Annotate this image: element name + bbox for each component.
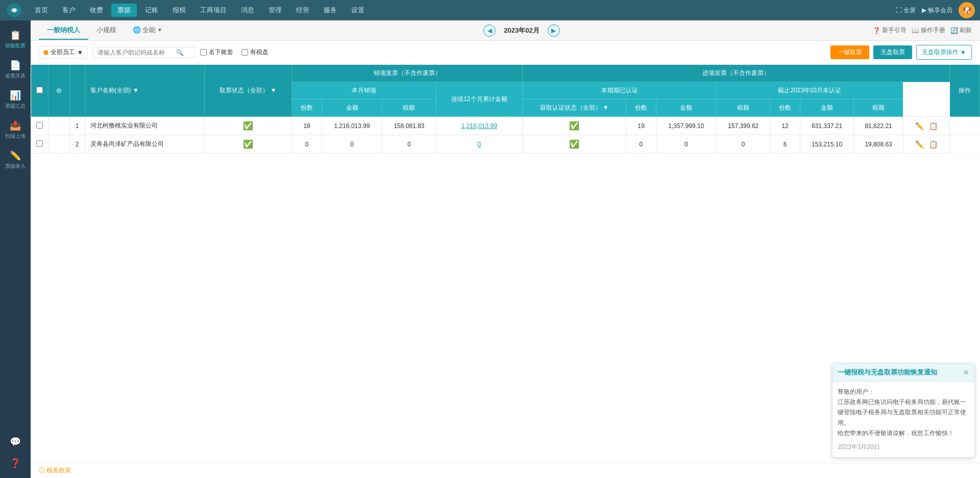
fullscreen-icon: ⛶ (896, 7, 902, 14)
row2-edit-icon[interactable]: ✏️ (915, 140, 924, 148)
row2-ljine[interactable]: 0 (436, 135, 522, 154)
nav-customer[interactable]: 客户 (56, 4, 82, 17)
checkbox-shuipan[interactable]: 有税盘 (241, 48, 268, 57)
avatar[interactable]: 🐶 (959, 2, 975, 18)
checkbox-zhanglu[interactable]: 名下账套 (200, 48, 233, 57)
clipboard-icon: 📋 (10, 30, 21, 41)
tab-bar: 一般纳税人 小规模 🌐 全能 ▼ ◀ 2023年02月 ▶ ❓ 新手引导 (31, 20, 980, 41)
nav-invoice[interactable]: 票据 (111, 4, 137, 17)
row2-checkbox (31, 135, 48, 154)
search-icon[interactable]: 🔍 (176, 49, 184, 56)
nav-service[interactable]: 服务 (317, 4, 343, 17)
checkbox-zhanglu-input[interactable] (200, 49, 207, 56)
nav-manage[interactable]: 管理 (262, 4, 288, 17)
nav-bookkeeping[interactable]: 记账 (139, 4, 164, 17)
policy-link[interactable]: ⓘ 税务政策 (39, 466, 71, 475)
filter-status-icon[interactable]: ▼ (271, 87, 277, 94)
selector-chevron-icon: ▼ (77, 49, 83, 56)
row1-fen2: 19 (626, 117, 656, 135)
row1-edit-icon[interactable]: ✏️ (915, 122, 924, 130)
row2-name: 灵寿县尚泽矿产品有限公司 (85, 135, 204, 154)
row1-ljine-link[interactable]: 1,216,013.99 (461, 122, 497, 130)
sidebar-item-message[interactable]: 💬 (2, 432, 29, 451)
nav-bizproject[interactable]: 工商项目 (194, 4, 233, 17)
upload-icon: 📤 (10, 120, 21, 131)
th-shue2: 税额 (717, 99, 770, 117)
tab-actions: ❓ 新手引导 📖 操作手册 🔄 刷新 (873, 26, 972, 35)
sidebar-item-piaojuhuizong[interactable]: 📊 票据汇总 (2, 86, 29, 114)
th-cert-status: 获取认证状态（全部） ▼ (523, 99, 626, 117)
logo (5, 1, 23, 19)
tab-general-taxpayer[interactable]: 一般纳税人 (39, 21, 88, 40)
row2-copy-icon[interactable]: 📋 (929, 140, 938, 148)
fullscreen-btn[interactable]: ⛶ 全屏 (896, 6, 916, 15)
filter-icon[interactable]: ▼ (133, 87, 139, 94)
wupan-qupiao-button[interactable]: 无盘取票 (873, 45, 912, 59)
notification-close-button[interactable]: ✕ (963, 368, 969, 376)
th-jine3: 金额 (800, 99, 853, 117)
th-ops: 操作 (950, 65, 980, 117)
row2-shue: 0 (382, 135, 436, 154)
th-sub-uncertified: 截止2023年03月未认证 (717, 82, 903, 99)
document-icon: 📄 (10, 60, 21, 71)
nav-home[interactable]: 首页 (29, 4, 54, 17)
member-btn[interactable]: ▶ 畅享会员 (922, 6, 952, 15)
sidebar-item-piaojururu[interactable]: ✏️ 票据录入 (2, 146, 29, 174)
member-icon: ▶ (922, 7, 926, 14)
row1-ops: ✏️ 📋 (903, 117, 949, 135)
th-sub-certified: 本期期已认证 (523, 82, 717, 99)
notification-body-text: 江苏政务网已恢访问电子税务局功能，易代账一键登陆电子税务局与无盘取票相关功能可正… (838, 397, 969, 428)
chart-icon: 📊 (10, 90, 21, 101)
row2-select[interactable] (36, 140, 43, 147)
sidebar-item-scanupload[interactable]: 📤 扫描上传 (2, 116, 29, 144)
yijian-qupiao-button[interactable]: 一键取票 (830, 45, 869, 59)
notification-apology: 给您带来的不便敬请谅解，祝您工作愉快！ (838, 428, 969, 438)
checkbox-group: 名下账套 有税盘 (200, 48, 268, 57)
sidebar: 📋 智能取票 📄 发票开具 📊 票据汇总 📤 扫描上传 ✏️ 票据录入 💬 ❓ (0, 20, 31, 478)
th-checkbox (31, 65, 48, 117)
nav-tax[interactable]: 报税 (166, 4, 192, 17)
top-nav-right: ⛶ 全屏 ▶ 畅享会员 🐶 (896, 2, 975, 18)
sidebar-item-fapiaokaiqu[interactable]: 📄 发票开具 (2, 56, 29, 84)
row1-jine3: 631,337.21 (800, 117, 853, 135)
row1-ljine[interactable]: 1,216,013.99 (436, 117, 522, 135)
checkbox-shuipan-input[interactable] (241, 49, 248, 56)
select-all-checkbox[interactable] (36, 87, 43, 93)
employee-dot (43, 50, 48, 55)
chevron-down-icon: ▼ (157, 27, 162, 33)
newbie-guide-btn[interactable]: ❓ 新手引导 (873, 26, 906, 35)
nav-settings[interactable]: 设置 (345, 4, 371, 17)
row1-num: 1 (69, 117, 85, 135)
manual-btn[interactable]: 📖 操作手册 (912, 26, 945, 35)
row1-fen3: 12 (770, 117, 800, 135)
nav-message[interactable]: 消息 (235, 4, 260, 17)
book-icon: 📖 (912, 27, 919, 34)
next-month-button[interactable]: ▶ (548, 24, 560, 37)
filter-cert-icon[interactable]: ▼ (603, 104, 609, 111)
sidebar-item-zhiqupiao[interactable]: 📋 智能取票 (2, 26, 29, 54)
dropdown-arrow-icon: ▼ (960, 49, 966, 56)
th-group-purchase: 进项发票（不含作废票） (523, 65, 950, 82)
tab-all[interactable]: 🌐 全能 ▼ (125, 21, 170, 40)
tab-small-scale[interactable]: 小规模 (88, 21, 125, 40)
refresh-icon: 🔄 (950, 27, 958, 34)
employee-selector[interactable]: 全部员工 ▼ (39, 46, 88, 59)
row1-copy-icon[interactable]: 📋 (929, 122, 938, 130)
globe-icon: 🌐 (133, 26, 141, 34)
row1-select[interactable] (36, 122, 43, 129)
help-icon: ❓ (10, 458, 21, 469)
sidebar-item-help[interactable]: ❓ (2, 454, 29, 473)
notification-date: 2023年3月20日 (838, 442, 969, 452)
refresh-btn[interactable]: 🔄 刷新 (950, 26, 972, 35)
prev-month-button[interactable]: ◀ (483, 24, 496, 37)
nav-fee[interactable]: 收费 (84, 4, 109, 17)
wupan-ops-button[interactable]: 无盘取票操作 ▼ (916, 45, 972, 60)
notification-title: 一键报税与无盘取票功能恢复通知 (838, 368, 937, 377)
row2-cert-status: ✅ (523, 135, 626, 154)
row2-fen3: 6 (770, 135, 800, 154)
row2-ljine-link[interactable]: 0 (478, 141, 481, 148)
search-input[interactable] (97, 49, 174, 56)
nav-operation[interactable]: 经营 (290, 4, 315, 17)
th-group-sales: 销项发票（不含作废票） (292, 65, 523, 82)
guide-icon: ❓ (873, 27, 880, 34)
